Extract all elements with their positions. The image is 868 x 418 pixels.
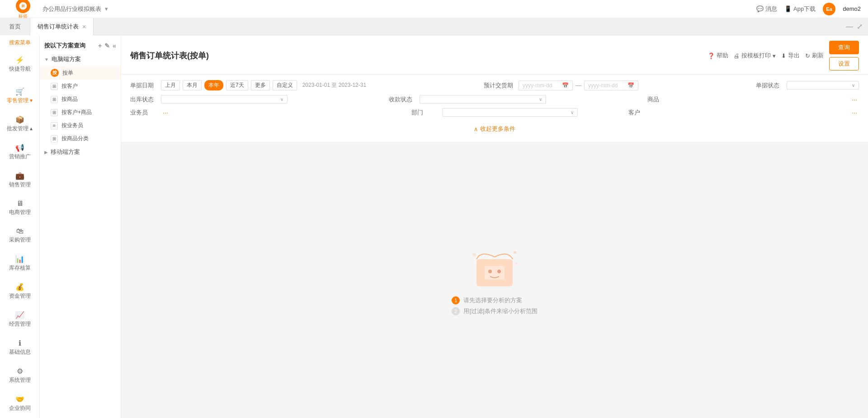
ship-status-select[interactable]: ∨ — [161, 95, 288, 104]
empty-hints: 1 请先选择要分析的方案 2 用[过滤]条件来缩小分析范围 — [452, 296, 537, 315]
last-7-days-btn[interactable]: 近7天 — [226, 80, 248, 90]
basic-icon: ℹ — [19, 339, 21, 347]
avatar: Ea — [823, 3, 835, 15]
topbar: 标搭 办公用品行业模拟账表 ▾ 💬 消息 📱 App下载 Ea demo2 — [0, 0, 868, 18]
sidebar-item-purchase[interactable]: 🛍 采购管理 — [0, 222, 39, 249]
marketing-icon: 📢 — [15, 143, 24, 152]
topbar-right: 💬 消息 📱 App下载 Ea demo2 — [756, 3, 861, 15]
sidebar-item-enterprise[interactable]: 🤝 企业协同 — [0, 390, 39, 418]
delivery-end-placeholder: yyyy-mm-dd — [588, 82, 618, 89]
left-panel: 按以下方案查询 + ✎ « ▼ 电脑端方案 按 按单 ⊞ — [40, 35, 121, 418]
sidebar-item-ecommerce[interactable]: 🖥 电商管理 — [0, 194, 39, 222]
collapse-panel-button[interactable]: « — [113, 42, 116, 49]
more-date-btn[interactable]: 更多 — [251, 80, 270, 90]
right-content: 销售订单统计表(按单) ❓ 帮助 🖨 按模板打印 ▾ ⬇ 导出 — [121, 35, 868, 418]
print-button[interactable]: 🖨 按模板打印 ▾ — [734, 52, 776, 60]
custom-date-btn[interactable]: 自定义 — [273, 80, 297, 90]
system-label: 系统管理 — [9, 376, 31, 384]
tab-home[interactable]: 首页 — [0, 18, 30, 35]
collapse-row: ∧ 收起更多条件 — [130, 121, 859, 137]
purchase-icon: 🛍 — [16, 227, 24, 235]
query-button[interactable]: 查询 — [829, 41, 859, 54]
order-status-select[interactable]: ∨ — [787, 81, 859, 90]
this-year-btn[interactable]: 本年 — [204, 80, 223, 90]
wholesale-label: 批发管理 ▴ — [7, 125, 33, 133]
scheme-item-by-product[interactable]: ⊞ 按商品 — [40, 93, 121, 106]
sidebar-item-sales[interactable]: 💼 销售管理 — [0, 166, 39, 194]
last-month-btn[interactable]: 上月 — [161, 80, 180, 90]
delivery-start-input[interactable]: yyyy-mm-dd 📅 — [519, 81, 573, 90]
sidebar-search[interactable]: 搜索菜单 — [0, 35, 39, 50]
ship-status-arrow: ∨ — [280, 97, 283, 102]
setting-button[interactable]: 设置 — [829, 57, 859, 71]
mobile-section-arrow: ▶ — [44, 150, 48, 155]
order-status-arrow: ∨ — [852, 83, 855, 88]
add-scheme-button[interactable]: + — [98, 42, 102, 49]
page-title: 销售订单统计表(按单) — [130, 50, 209, 61]
empty-illustration — [467, 246, 522, 291]
sales-icon: 💼 — [15, 171, 24, 180]
department-label: 部门 — [411, 109, 437, 117]
date-range-text: 2023-01-01 至 2023-12-31 — [302, 81, 366, 89]
filter-row-1: 单据日期 上月 本月 本年 近7天 更多 自定义 2023-01-01 至 20… — [130, 80, 859, 90]
logo-icon — [16, 0, 30, 13]
sidebar-item-inventory[interactable]: 📊 库存核算 — [0, 249, 39, 277]
salesperson-ellipsis[interactable]: ··· — [161, 109, 170, 116]
tab-sales-report[interactable]: 销售订单统计表 × — [30, 18, 94, 35]
hint-text-1: 请先选择要分析的方案 — [463, 296, 522, 304]
sidebar-item-finance[interactable]: 💰 资金管理 — [0, 277, 39, 305]
scheme-item-by-staff[interactable]: ≡ 按业务员 — [40, 119, 121, 132]
finance-label: 资金管理 — [9, 292, 31, 300]
export-button[interactable]: ⬇ 导出 — [781, 52, 800, 60]
window-minimize-button[interactable]: — — [846, 23, 853, 31]
payment-status-arrow: ∨ — [539, 97, 542, 102]
sidebar-item-wholesale[interactable]: 📦 批发管理 ▴ — [0, 110, 39, 138]
refresh-button[interactable]: ↻ 刷新 — [805, 52, 824, 60]
scheme-item-by-customer[interactable]: ⊞ 按客户 — [40, 80, 121, 93]
message-label: 消息 — [765, 5, 777, 13]
hint-num-1: 1 — [452, 296, 460, 304]
scheme-item-by-category[interactable]: ⊞ 按商品分类 — [40, 132, 121, 145]
tab-label: 销售订单统计表 — [38, 18, 79, 35]
marketing-label: 营销推广 — [9, 153, 31, 161]
dropdown-icon[interactable]: ▾ — [105, 5, 108, 12]
sidebar-item-quick-nav[interactable]: ⚡ 快捷导航 — [0, 50, 39, 78]
this-month-btn[interactable]: 本月 — [183, 80, 202, 90]
window-maximize-button[interactable]: ⤢ — [857, 22, 863, 31]
goods-ellipsis[interactable]: ··· — [850, 96, 859, 103]
edit-scheme-button[interactable]: ✎ — [104, 42, 110, 49]
payment-status-select[interactable]: ∨ — [420, 95, 546, 104]
by-customer-icon: ⊞ — [51, 83, 58, 90]
delivery-end-input[interactable]: yyyy-mm-dd 📅 — [584, 81, 638, 90]
customer-ellipsis[interactable]: ··· — [850, 109, 859, 116]
ship-status-label: 出库状态 — [130, 95, 156, 104]
order-status-label: 单据状态 — [756, 81, 781, 90]
collapse-button[interactable]: ∧ 收起更多条件 — [474, 125, 515, 133]
sidebar-item-basic[interactable]: ℹ 基础信息 — [0, 333, 39, 361]
app-download-button[interactable]: 📱 App下载 — [784, 5, 816, 13]
message-button[interactable]: 💬 消息 — [756, 5, 777, 13]
department-select[interactable]: ∨ — [442, 108, 578, 117]
tab-close-button[interactable]: × — [82, 18, 86, 35]
pc-section-title[interactable]: ▼ 电脑端方案 — [40, 52, 121, 66]
scheme-item-by-cust-prod[interactable]: ⊞ 按客户+商品 — [40, 106, 121, 119]
topbar-left: 标搭 办公用品行业模拟账表 ▾ — [7, 0, 108, 19]
by-customer-label: 按客户 — [61, 82, 78, 90]
sidebar-item-system[interactable]: ⚙ 系统管理 — [0, 361, 39, 390]
empty-state: 1 请先选择要分析的方案 2 用[过滤]条件来缩小分析范围 — [121, 142, 868, 418]
help-button[interactable]: ❓ 帮助 — [708, 52, 728, 60]
by-product-label: 按商品 — [61, 95, 78, 103]
filter-area: 单据日期 上月 本月 本年 近7天 更多 自定义 2023-01-01 至 20… — [121, 75, 868, 142]
operation-label: 经营管理 — [9, 320, 31, 328]
tabbar: 首页 销售订单统计表 × — ⤢ — [0, 18, 868, 35]
action-buttons: 查询 设置 — [829, 41, 859, 71]
sidebar-item-marketing[interactable]: 📢 营销推广 — [0, 138, 39, 166]
enterprise-label: 企业协同 — [9, 404, 31, 412]
mobile-section[interactable]: ▶ 移动端方案 — [40, 145, 121, 159]
scheme-item-by-order[interactable]: 按 按单 — [40, 66, 121, 80]
sidebar-item-operation[interactable]: 📈 经营管理 — [0, 305, 39, 333]
by-category-label: 按商品分类 — [61, 135, 89, 142]
quick-nav-icon: ⚡ — [15, 56, 24, 64]
sidebar-item-retail[interactable]: 🛒 零售管理 ▾ — [0, 82, 39, 110]
left-panel-actions: + ✎ « — [98, 42, 116, 49]
